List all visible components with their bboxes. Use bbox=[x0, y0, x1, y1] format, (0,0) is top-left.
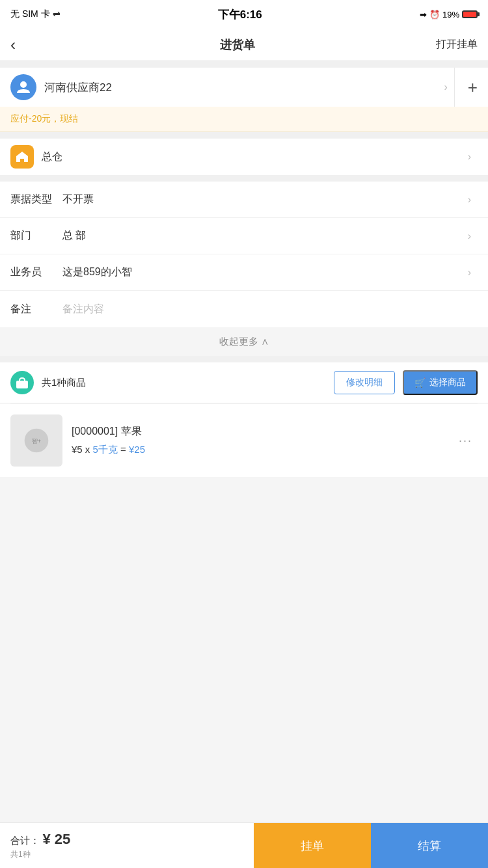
person-icon bbox=[15, 79, 32, 96]
open-hang-button[interactable]: 打开挂单 bbox=[436, 38, 478, 51]
invoice-chevron-icon: › bbox=[468, 194, 471, 206]
more-button[interactable]: ··· bbox=[454, 431, 478, 450]
select-product-button[interactable]: 🛒 选择商品 bbox=[403, 370, 478, 395]
product-name: [0000001] 苹果 bbox=[72, 425, 444, 439]
salesperson-value: 这是859的小智 bbox=[62, 265, 461, 279]
time-text: 下午6:16 bbox=[218, 7, 262, 22]
gap-5 bbox=[10, 403, 478, 403]
edit-detail-button[interactable]: 修改明细 bbox=[334, 371, 395, 394]
total-row: 合计： ¥ 25 bbox=[10, 831, 243, 848]
select-product-label: 选择商品 bbox=[429, 377, 466, 388]
warehouse-chevron-icon: › bbox=[468, 151, 471, 163]
hang-button[interactable]: 挂单 bbox=[254, 823, 371, 869]
svg-point-0 bbox=[20, 81, 27, 88]
gap-2 bbox=[0, 132, 488, 139]
alarm-icon: ⏰ bbox=[429, 10, 440, 20]
product-count-label: 共1种商品 bbox=[42, 377, 326, 389]
product-section-icon bbox=[10, 371, 34, 394]
battery-section: ➡ ⏰ 19% bbox=[420, 10, 478, 20]
warehouse-row[interactable]: 总仓 › bbox=[0, 139, 488, 175]
location-icon: ➡ bbox=[420, 10, 427, 20]
battery-percent: 19% bbox=[442, 10, 459, 20]
invoice-label: 票据类型 bbox=[10, 193, 62, 206]
warehouse-icon bbox=[10, 145, 34, 169]
product-price-row: ¥5 x 5千克 = ¥25 bbox=[72, 444, 444, 456]
battery-icon bbox=[462, 10, 478, 18]
carrier-text: 无 SIM 卡 ⇌ bbox=[10, 8, 61, 20]
quantity-value: 5千克 bbox=[93, 444, 118, 455]
unit-price: ¥5 x bbox=[72, 444, 93, 455]
collapse-text: 收起更多 ∧ bbox=[219, 336, 269, 348]
warehouse-name: 总仓 bbox=[42, 150, 461, 164]
page-title: 进货单 bbox=[220, 37, 255, 53]
department-label: 部门 bbox=[10, 229, 62, 243]
checkout-button[interactable]: 结算 bbox=[371, 823, 488, 869]
gap-1 bbox=[0, 61, 488, 68]
status-bar: 无 SIM 卡 ⇌ 下午6:16 ➡ ⏰ 19% bbox=[0, 0, 488, 29]
total-section: 合计： ¥ 25 共1种 bbox=[0, 831, 254, 860]
salesperson-row[interactable]: 业务员 这是859的小智 › bbox=[0, 254, 488, 291]
supplier-row[interactable]: 河南供应商22 › bbox=[10, 68, 455, 107]
total-count: 共1种 bbox=[10, 849, 243, 860]
supplier-avatar bbox=[10, 74, 36, 100]
gap-3 bbox=[0, 175, 488, 182]
remark-placeholder: 备注内容 bbox=[62, 303, 478, 316]
salesperson-label: 业务员 bbox=[10, 265, 62, 279]
product-item: 智+ [0000001] 苹果 ¥5 x 5千克 = ¥25 ··· bbox=[0, 404, 488, 477]
select-icon: 🛒 bbox=[414, 377, 426, 388]
salesperson-chevron-icon: › bbox=[468, 267, 471, 278]
invoice-value: 不开票 bbox=[62, 193, 461, 206]
svg-text:智+: 智+ bbox=[32, 438, 41, 444]
product-thumbnail: 智+ bbox=[10, 414, 62, 467]
remark-row[interactable]: 备注 备注内容 bbox=[0, 291, 488, 327]
svg-rect-1 bbox=[16, 381, 28, 388]
equals-sign: = bbox=[118, 444, 129, 455]
product-header: 共1种商品 修改明细 🛒 选择商品 bbox=[0, 362, 488, 403]
total-label: 合计： bbox=[10, 835, 40, 846]
invoice-row[interactable]: 票据类型 不开票 › bbox=[0, 182, 488, 218]
total-price: ¥25 bbox=[129, 444, 145, 455]
bottom-bar: 合计： ¥ 25 共1种 挂单 结算 bbox=[0, 822, 488, 868]
gap-4 bbox=[0, 356, 488, 362]
add-supplier-button[interactable]: + bbox=[455, 77, 478, 98]
product-code: [0000001] 苹果 bbox=[72, 426, 142, 437]
department-value: 总 部 bbox=[62, 229, 461, 243]
form-section: 票据类型 不开票 › 部门 总 部 › 业务员 这是859的小智 › 备注 备注… bbox=[0, 182, 488, 327]
total-amount: ¥ 25 bbox=[42, 831, 70, 847]
product-info: [0000001] 苹果 ¥5 x 5千克 = ¥25 bbox=[72, 425, 444, 456]
supplier-section: 河南供应商22 › + bbox=[0, 68, 488, 107]
supplier-notice: 应付-20元，现结 bbox=[0, 107, 488, 132]
back-button[interactable]: ‹ bbox=[10, 36, 39, 54]
department-row[interactable]: 部门 总 部 › bbox=[0, 218, 488, 254]
shopping-icon bbox=[15, 375, 29, 390]
supplier-chevron-icon: › bbox=[444, 81, 447, 93]
nav-bar: ‹ 进货单 打开挂单 bbox=[0, 29, 488, 61]
supplier-name: 河南供应商22 bbox=[44, 80, 437, 95]
product-logo: 智+ bbox=[20, 424, 53, 457]
house-icon bbox=[15, 150, 29, 164]
collapse-bar[interactable]: 收起更多 ∧ bbox=[0, 327, 488, 356]
remark-label: 备注 bbox=[10, 303, 62, 316]
department-chevron-icon: › bbox=[468, 230, 471, 242]
